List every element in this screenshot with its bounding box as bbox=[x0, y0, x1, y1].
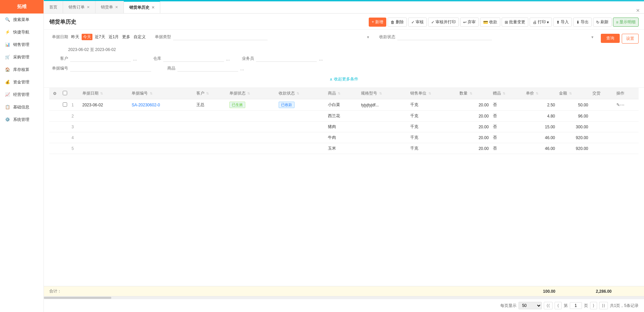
horizontal-scrollbar[interactable] bbox=[44, 296, 644, 299]
docno-input[interactable] bbox=[70, 65, 151, 72]
collectstatus-column-header[interactable]: 收款状态 ⇅ bbox=[277, 88, 326, 99]
settings-button[interactable]: 设置 bbox=[622, 34, 639, 44]
docdate-column-header[interactable]: 单据日期 ⇅ bbox=[80, 88, 130, 99]
date-option-today[interactable]: 今天 bbox=[82, 34, 92, 40]
collect-status-input[interactable] bbox=[397, 34, 492, 40]
sidebar-item-sales[interactable]: 📊 销售管理 bbox=[0, 38, 44, 51]
row-gear-cell bbox=[49, 122, 60, 132]
filter-collect-status-field: 收款状态 bbox=[376, 34, 595, 40]
row-docno-cell[interactable] bbox=[130, 111, 194, 122]
row-gear-cell bbox=[49, 111, 60, 122]
row-spec-cell: tyjyjtyjdf... bbox=[359, 99, 408, 111]
tab-sales-history-close[interactable]: ✕ bbox=[151, 5, 155, 10]
page-input[interactable] bbox=[570, 302, 582, 309]
date-option-yesterday[interactable]: 昨天 bbox=[70, 34, 80, 40]
date-option-more[interactable]: 更多 bbox=[121, 34, 131, 40]
scrollbar-thumb[interactable] bbox=[44, 297, 111, 299]
row-check-cell[interactable] bbox=[60, 143, 69, 154]
edit-icon[interactable]: ✎ bbox=[616, 102, 620, 107]
goods-dots[interactable]: ... bbox=[240, 66, 244, 71]
date-option-7days[interactable]: 近7天 bbox=[94, 34, 106, 40]
row-amount-cell: 920.00 bbox=[557, 143, 590, 154]
amount-sort-icon: ⇅ bbox=[569, 92, 572, 95]
new-button[interactable]: + 新增 bbox=[369, 18, 386, 27]
collapse-btn[interactable]: ∧ 收起更多条件 bbox=[49, 75, 639, 83]
row-action-cell bbox=[614, 132, 639, 143]
sidebar-item-purchase[interactable]: 🛒 采购管理 bbox=[0, 51, 44, 63]
docstatus-column-header[interactable]: 单据状态 ⇅ bbox=[227, 88, 277, 99]
tab-sales-goods[interactable]: 销货单 ✕ bbox=[95, 1, 124, 13]
print-button[interactable]: 🖨 打印 ▾ bbox=[530, 18, 552, 27]
gear-column-header[interactable]: ⚙ bbox=[49, 88, 60, 99]
refresh-button[interactable]: ↻ 刷新 bbox=[593, 18, 612, 27]
customer-dots[interactable]: ... bbox=[133, 56, 137, 61]
row-action-cell: ✎⋯ bbox=[614, 99, 639, 111]
audit-print-button[interactable]: ✓ 审核并打印 bbox=[428, 18, 459, 27]
unit-column-header[interactable]: 销售单位 ⇅ bbox=[408, 88, 457, 99]
last-page-button[interactable]: ⟩⟩ bbox=[599, 302, 608, 309]
goods-sort-icon: ⇅ bbox=[338, 92, 340, 95]
sidebar-item-quicknav[interactable]: ⚡ 快捷导航 bbox=[0, 26, 44, 38]
date-option-1month[interactable]: 近1月 bbox=[108, 34, 120, 40]
row-unitprice-cell: 2.50 bbox=[524, 99, 557, 111]
docno-column-header[interactable]: 单据编号 ⇅ bbox=[130, 88, 194, 99]
salesperson-input[interactable] bbox=[256, 55, 317, 62]
date-option-custom[interactable]: 自定义 bbox=[133, 34, 147, 40]
more-icon[interactable]: ⋯ bbox=[620, 102, 624, 107]
query-button[interactable]: 查询 bbox=[601, 34, 620, 43]
collect-button[interactable]: 💳 收款 bbox=[480, 18, 500, 27]
sidebar-item-label-operation: 经营管理 bbox=[13, 92, 29, 98]
gift-column-header[interactable]: 赠品 ⇅ bbox=[491, 88, 524, 99]
sidebar-item-search[interactable]: 🔍 搜索菜单 bbox=[0, 14, 44, 26]
abandon-button[interactable]: ↩ 弃审 bbox=[460, 18, 479, 27]
row-check-cell[interactable] bbox=[60, 111, 69, 122]
row-check-cell[interactable] bbox=[60, 99, 69, 111]
row-check-cell[interactable] bbox=[60, 132, 69, 143]
tab-sales-order[interactable]: 销售订单 ✕ bbox=[63, 1, 95, 13]
row-docno-cell[interactable] bbox=[130, 122, 194, 132]
sidebar-item-operation[interactable]: 📈 经营管理 bbox=[0, 88, 44, 101]
sidebar-item-base[interactable]: 📋 基础信息 bbox=[0, 101, 44, 113]
warehouse-input[interactable] bbox=[163, 55, 224, 62]
tab-home[interactable]: 首页 bbox=[44, 1, 63, 13]
prev-page-button[interactable]: ⟨ bbox=[555, 302, 562, 309]
doc-no-link[interactable]: SA-20230602-0 bbox=[132, 103, 160, 107]
export-button[interactable]: ⬇ 导出 bbox=[573, 18, 592, 27]
tab-sales-history[interactable]: 销货单历史 ✕ bbox=[124, 1, 160, 13]
select-all-checkbox[interactable] bbox=[63, 91, 67, 95]
tab-sales-goods-close[interactable]: ✕ bbox=[115, 5, 118, 9]
goods-input[interactable] bbox=[177, 65, 238, 72]
sidebar-item-inventory[interactable]: 🏠 库存核算 bbox=[0, 63, 44, 76]
first-page-button[interactable]: ⟨⟨ bbox=[544, 302, 553, 309]
warehouse-dots[interactable]: ... bbox=[226, 56, 230, 61]
row-docno-cell[interactable] bbox=[130, 132, 194, 143]
sidebar-item-finance[interactable]: 💰 资金管理 bbox=[0, 76, 44, 88]
delete-button[interactable]: 🗑 删除 bbox=[388, 18, 407, 27]
batch-change-button[interactable]: ⊞ 批量变更 bbox=[502, 18, 528, 27]
customer-input[interactable] bbox=[70, 55, 131, 62]
unitprice-column-header[interactable]: 单价 ⇅ bbox=[524, 88, 557, 99]
import-button[interactable]: ⬆ 导入 bbox=[553, 18, 572, 27]
sidebar-item-system[interactable]: ⚙️ 系统管理 bbox=[0, 113, 44, 126]
row-checkbox[interactable] bbox=[63, 102, 67, 107]
qty-column-header[interactable]: 数量 ⇅ bbox=[457, 88, 491, 99]
tab-sales-order-close[interactable]: ✕ bbox=[87, 5, 90, 9]
filter-salesperson-field: 业务员 ... bbox=[235, 55, 323, 62]
goods-column-header[interactable]: 商品 ⇅ bbox=[326, 88, 359, 99]
audit-button[interactable]: ✓ 审核 bbox=[408, 18, 427, 27]
doctype-input[interactable] bbox=[173, 34, 268, 40]
customer-column-header[interactable]: 客户 ⇅ bbox=[194, 88, 227, 99]
amount-column-header[interactable]: 金额 ⇅ bbox=[557, 88, 590, 99]
row-qty-cell: 20.00 bbox=[457, 99, 491, 111]
next-page-button[interactable]: ⟩ bbox=[590, 302, 597, 309]
tab-bar-end[interactable]: ✕ bbox=[632, 8, 644, 13]
row-docno-cell[interactable]: SA-20230602-0 bbox=[130, 99, 194, 111]
per-page-select[interactable]: 50 100 200 bbox=[519, 302, 542, 309]
row-check-cell[interactable] bbox=[60, 122, 69, 132]
salesperson-dots[interactable]: ... bbox=[319, 56, 323, 61]
show-detail-button[interactable]: ≡ 显示明细 bbox=[613, 18, 639, 27]
sidebar-item-label-inventory: 库存核算 bbox=[13, 67, 29, 73]
spec-column-header[interactable]: 规格型号 ⇅ bbox=[359, 88, 408, 99]
doctype-label: 单据类型 bbox=[152, 34, 171, 40]
row-docno-cell[interactable] bbox=[130, 143, 194, 154]
